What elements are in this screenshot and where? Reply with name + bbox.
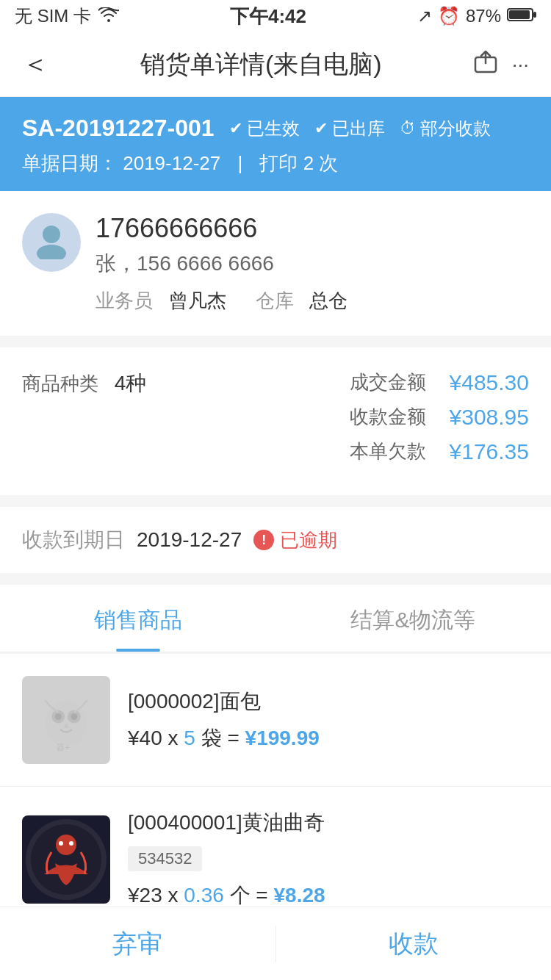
deal-value: ¥485.30 [441,370,529,395]
avatar [22,213,81,272]
confirm-button[interactable]: 收款 [276,907,552,980]
status-right: ↗ ⏰ 87% [417,6,536,26]
product-name-2: [000400001]黄油曲奇 [128,809,529,837]
wifi-icon [98,6,119,26]
svg-point-10 [71,713,77,720]
category-count: 4种 [115,372,147,394]
svg-point-14 [56,835,76,855]
status-badge-1: ✔ 已生效 [229,117,300,140]
product-price-2: ¥23 x 0.36 个 = ¥8.28 [128,882,529,909]
nav-icons: ··· [474,50,529,79]
tab-settlement[interactable]: 结算&物流等 [276,585,551,652]
product-thumbnail-1: 器+ [22,676,110,764]
customer-section: 17666666666 张，156 6666 6666 业务员 曾凡杰 仓库 总… [0,191,551,336]
svg-point-15 [59,841,63,846]
back-button[interactable]: ＜ [22,46,48,82]
order-banner: SA-20191227-001 ✔ 已生效 ✔ 已出库 ⏱ 部分收款 单据日期：… [0,97,551,191]
due-date: 2019-12-27 [137,528,242,552]
nav-bar: ＜ 销货单详情(来自电脑) ··· [0,32,551,97]
product-info-1: [0000002]面包 ¥40 x 5 袋 = ¥199.99 [128,688,529,752]
stats-right: 成交金额 ¥485.30 收款金额 ¥308.95 本单欠款 ¥176.35 [350,370,529,473]
cancel-button[interactable]: 弃审 [0,907,276,980]
product-price-1: ¥40 x 5 袋 = ¥199.99 [128,724,529,752]
due-label: 收款到期日 [22,526,125,554]
status-bar: 无 SIM 卡 下午4:42 ↗ ⏰ 87% [0,0,551,32]
battery-icon [507,6,536,26]
status-badge-3: ⏱ 部分收款 [400,117,491,140]
overdue-text: 已逾期 [280,527,337,553]
customer-id: 17666666666 [96,213,529,244]
received-value: ¥308.95 [441,405,529,430]
tabs: 销售商品 结算&物流等 [0,585,551,652]
deal-row: 成交金额 ¥485.30 [350,370,529,395]
battery-text: 87% [466,6,501,26]
order-id: SA-20191227-001 [22,115,215,142]
list-item: 器+ [0000002]面包 ¥40 x 5 袋 = ¥199.99 [0,654,551,787]
svg-point-5 [37,245,66,259]
stats-left: 商品种类 4种 [22,370,146,397]
stats-section: 商品种类 4种 成交金额 ¥485.30 收款金额 ¥308.95 本单欠款 ¥… [0,347,551,495]
product-list: 器+ [0000002]面包 ¥40 x 5 袋 = ¥199.99 [0,654,551,932]
product-sku-2: 534532 [128,846,202,871]
product-thumbnail-2 [22,815,110,904]
status-badge-2: ✔ 已出库 [314,117,385,140]
warehouse-name: 总仓 [309,289,347,311]
avatar-icon [31,218,72,267]
customer-name-phone: 张，156 6666 6666 [96,250,529,278]
svg-rect-1 [533,12,536,18]
received-row: 收款金额 ¥308.95 [350,404,529,430]
carrier-text: 无 SIM 卡 [15,4,91,28]
order-date: 单据日期： 2019-12-27 | 打印 2 次 [22,151,529,176]
debt-value: ¥176.35 [441,439,529,464]
due-section: 收款到期日 2019-12-27 ! 已逾期 [0,507,551,573]
page-title: 销货单详情(来自电脑) [140,48,382,82]
svg-point-16 [69,841,73,846]
svg-point-9 [55,713,62,720]
overdue-dot-icon: ! [253,530,274,550]
status-left: 无 SIM 卡 [15,4,119,28]
status-time: 下午4:42 [230,4,306,29]
customer-meta: 业务员 曾凡杰 仓库 总仓 [96,288,529,314]
customer-info: 17666666666 张，156 6666 6666 业务员 曾凡杰 仓库 总… [96,213,529,314]
alarm-icon: ⏰ [438,6,460,26]
tab-products[interactable]: 销售商品 [0,585,276,652]
svg-rect-2 [509,10,530,19]
product-info-2: [000400001]黄油曲奇 534532 ¥23 x 0.36 个 = ¥8… [128,809,529,909]
debt-row: 本单欠款 ¥176.35 [350,439,529,464]
sales-name: 曾凡杰 [169,289,226,311]
bottom-bar: 弃审 收款 [0,907,551,980]
share-button[interactable] [474,50,497,79]
svg-point-4 [43,226,60,243]
more-button[interactable]: ··· [512,53,529,76]
product-name-1: [0000002]面包 [128,688,529,716]
overdue-badge: ! 已逾期 [253,527,337,553]
svg-text:器+: 器+ [57,743,69,752]
location-icon: ↗ [417,6,432,26]
